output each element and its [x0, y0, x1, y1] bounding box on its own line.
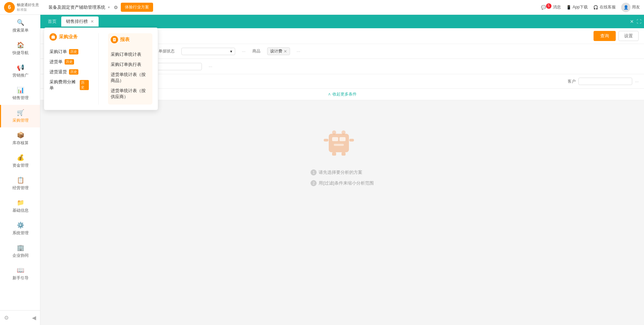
sidebar-item-operation[interactable]: 📋 经营管理 — [0, 172, 40, 195]
system-name: 装备及固定资产辅助管理系统 — [48, 4, 105, 10]
svg-rect-6 — [332, 152, 336, 156]
sidebar-item-quick-nav[interactable]: 🏠 快捷导航 — [0, 37, 40, 60]
sidebar-item-inventory[interactable]: 📦 库存核算 — [0, 127, 40, 150]
close-window-icon[interactable]: ✕ — [630, 19, 634, 24]
sidebar-label-basic: 基础信息 — [12, 208, 29, 213]
history-badge-0: 历史 — [69, 49, 78, 54]
top-bar: 6 畅捷通好生意 标准版 装备及固定资产辅助管理系统 ▾ ⚙ 体验行业方案 💬 … — [0, 0, 644, 15]
menu-item-order-stat[interactable]: 采购订单统计表 — [111, 49, 150, 59]
logo-icon: 6 — [4, 2, 15, 13]
svg-rect-1 — [332, 137, 338, 141]
goods-tag[interactable]: 设计费 ✕ — [267, 47, 290, 55]
svg-point-9 — [342, 130, 346, 134]
menu-item-stock-stat-goods[interactable]: 进货单统计表（按商品） — [111, 70, 150, 86]
sidebar-item-enterprise[interactable]: 🏢 企业协同 — [0, 240, 40, 262]
purchase-order-label: 采购订单 — [49, 49, 67, 55]
sidebar-item-basic[interactable]: 📁 基础信息 — [0, 195, 40, 217]
menu-item-purchase-order[interactable]: 采购订单 历史 — [49, 47, 89, 57]
maximize-icon[interactable]: ⛶ — [637, 19, 641, 24]
industry-button[interactable]: 体验行业方案 — [121, 3, 153, 12]
svg-rect-0 — [329, 134, 349, 152]
customer-dots[interactable]: ··· — [635, 79, 639, 84]
sidebar-label-marketing: 营销推广 — [12, 73, 29, 78]
sidebar-item-marketing[interactable]: 📢 营销推广 — [0, 60, 40, 82]
top-center: 装备及固定资产辅助管理系统 ▾ ⚙ 体验行业方案 — [44, 3, 541, 12]
phone-icon: 📱 — [566, 5, 571, 10]
svg-point-8 — [332, 130, 336, 134]
home-icon: 🏠 — [17, 41, 24, 49]
menu-item-order-exec[interactable]: 采购订单执行表 — [111, 59, 150, 70]
operation-icon: 📋 — [17, 176, 24, 184]
message-action[interactable]: 💬 5 消息 — [541, 4, 561, 10]
message-badge: 5 — [546, 3, 551, 9]
stock-stat-goods-label: 进货单统计表（按商品） — [111, 72, 150, 84]
query-button[interactable]: 查询 — [594, 31, 616, 41]
purchase-section-title: 采购业务 — [49, 33, 89, 43]
sidebar-item-search[interactable]: 🔍 搜索菜单 — [0, 15, 40, 37]
user-action[interactable]: 👤 用友 — [621, 3, 640, 12]
settings-button[interactable]: 设置 — [618, 31, 639, 41]
settings-bottom-icon[interactable]: ⚙ — [4, 315, 9, 321]
tab-home[interactable]: 首页 — [43, 16, 61, 27]
stock-in-label: 进货单 — [49, 59, 63, 65]
sales-icon: 📊 — [17, 86, 24, 94]
stock-stat-supplier-label: 进货单统计表（按供应商） — [111, 88, 150, 100]
message-icon: 💬 — [541, 5, 546, 10]
tab-close-icon[interactable]: ✕ — [91, 19, 94, 24]
menu-item-stock-stat-supplier[interactable]: 进货单统计表（按供应商） — [111, 86, 150, 102]
sidebar-item-sales[interactable]: 📊 销售管理 — [0, 82, 40, 105]
status-label: 单据状态 — [158, 48, 175, 54]
system-icon: ⚙️ — [17, 221, 24, 229]
hint2: 用[过滤]条件来缩小分析范围 — [319, 179, 373, 188]
menu-item-fee[interactable]: 采购费用分摊单 历史 — [49, 77, 89, 93]
customer-input[interactable] — [578, 78, 632, 85]
svg-rect-7 — [342, 152, 346, 156]
customer-label: 客户 — [568, 79, 576, 84]
tab-sales-rank[interactable]: 销售排行榜 ✕ — [61, 16, 99, 27]
sidebar-item-purchase[interactable]: 🛒 采购管理 — [0, 105, 40, 127]
step-2: 2 — [311, 180, 317, 186]
status-dots[interactable]: ··· — [242, 49, 246, 54]
sidebar-item-finance[interactable]: 💰 资金管理 — [0, 150, 40, 172]
purchase-menu-section: 采购业务 采购订单 历史 进货单 历史 进货退货 历史 采购费用分摊单 历史 — [49, 33, 89, 105]
svg-rect-3 — [334, 144, 344, 146]
step-1: 1 — [311, 169, 317, 175]
sidebar-item-guide[interactable]: 📖 新手引导 — [0, 262, 40, 285]
empty-hints: 1 请先选择要分析的方案 2 用[过滤]条件来缩小分析范围 — [311, 168, 373, 188]
system-dropdown-arrow[interactable]: ▾ — [108, 5, 110, 9]
empty-state: 1 请先选择要分析的方案 2 用[过滤]条件来缩小分析范围 — [40, 100, 644, 214]
sidebar-label-finance: 资金管理 — [12, 163, 29, 168]
sidebar-label-system: 系统管理 — [12, 230, 29, 236]
report-section-title: 报表 — [111, 36, 150, 45]
empty-illustration — [322, 127, 362, 161]
hint1: 请先选择要分析的方案 — [319, 168, 362, 177]
svg-rect-4 — [324, 139, 328, 141]
order-exec-label: 采购订单执行表 — [111, 62, 141, 68]
app-download-action[interactable]: 📱 App下载 — [566, 4, 588, 10]
status-dropdown-icon: ▾ — [230, 49, 232, 54]
empty-robot-svg — [322, 127, 356, 157]
online-service-action[interactable]: 🎧 在线客服 — [593, 4, 616, 10]
report-menu-section: 报表 采购订单统计表 采购订单执行表 进货单统计表（按商品） 进货单统计表（按供… — [108, 33, 153, 105]
sidebar-item-system[interactable]: ⚙️ 系统管理 — [0, 217, 40, 240]
salesperson-dots[interactable]: ··· — [209, 64, 212, 69]
logo-area: 6 畅捷通好生意 标准版 — [4, 2, 44, 13]
report-section-icon — [111, 36, 118, 43]
sidebar-label-search: 搜索菜单 — [12, 28, 29, 33]
gear-icon[interactable]: ⚙ — [114, 5, 118, 10]
menu-divider — [98, 33, 99, 105]
goods-dots[interactable]: ··· — [297, 49, 300, 54]
logo-text: 畅捷通好生意 — [17, 2, 39, 7]
avatar: 👤 — [621, 3, 631, 12]
goods-label: 商品 — [252, 48, 260, 54]
status-select[interactable]: ▾ — [181, 48, 235, 55]
menu-item-stock-in[interactable]: 进货单 历史 — [49, 57, 89, 67]
menu-item-return[interactable]: 进货退货 历史 — [49, 67, 89, 77]
user-label: 用友 — [632, 4, 640, 10]
goods-tag-close[interactable]: ✕ — [284, 49, 287, 54]
collapse-sidebar-icon[interactable]: ◀ — [32, 315, 36, 321]
history-badge-1: 历史 — [65, 59, 74, 65]
headset-icon: 🎧 — [593, 5, 598, 10]
svg-rect-10 — [51, 36, 55, 39]
sidebar-label-enterprise: 企业协同 — [12, 253, 29, 258]
